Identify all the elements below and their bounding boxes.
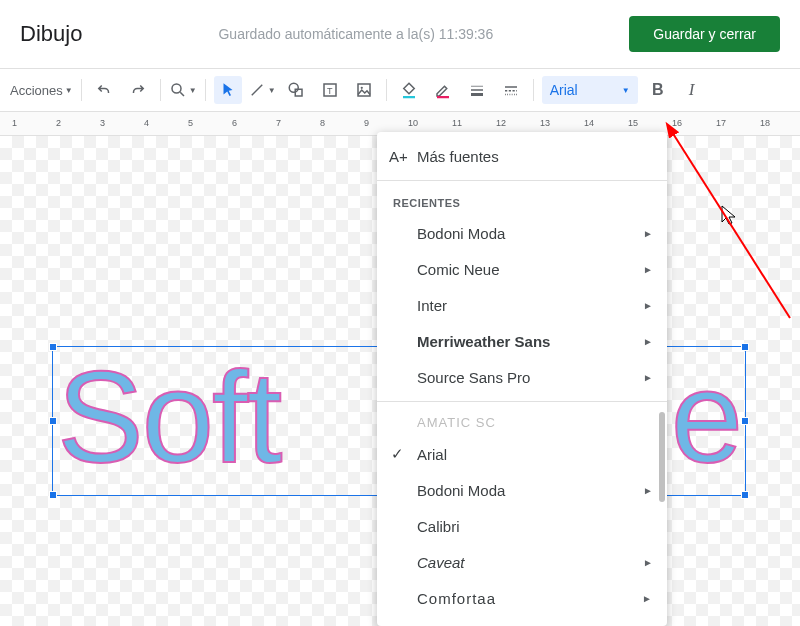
resize-handle-ne[interactable] [741, 343, 749, 351]
redo-icon [129, 81, 147, 99]
save-and-close-button[interactable]: Guardar y cerrar [629, 16, 780, 52]
svg-point-3 [289, 83, 298, 92]
submenu-arrow-icon: ► [643, 228, 653, 239]
italic-button[interactable]: I [678, 76, 706, 104]
dialog-header: Dibujo Guardado automáticamente a la(s) … [0, 0, 800, 68]
font-dropdown-menu[interactable]: A+ Más fuentes RECIENTES Bodoni Moda►Com… [377, 132, 667, 626]
font-item[interactable]: Comfortaa► [377, 580, 667, 616]
font-label: Caveat [417, 554, 465, 571]
font-item[interactable]: Inter► [377, 287, 667, 323]
font-item-amatic[interactable]: AMATIC SC [377, 408, 667, 436]
undo-icon [95, 81, 113, 99]
actions-menu[interactable]: Acciones▼ [10, 76, 73, 104]
ruler-tick: 14 [584, 118, 594, 128]
bold-button[interactable]: B [644, 76, 672, 104]
border-color-button[interactable] [429, 76, 457, 104]
ruler-tick: 9 [364, 118, 369, 128]
weight-icon [468, 81, 486, 99]
ruler-tick: 17 [716, 118, 726, 128]
separator [533, 79, 534, 101]
more-fonts-icon: A+ [389, 148, 408, 165]
submenu-arrow-icon: ► [643, 300, 653, 311]
font-item[interactable]: Caveat► [377, 544, 667, 580]
text-content-right: e [671, 344, 741, 490]
font-family-select[interactable]: Arial ▼ [542, 76, 638, 104]
svg-point-0 [172, 84, 181, 93]
svg-rect-9 [403, 96, 415, 98]
font-label: Comfortaa [417, 590, 496, 607]
redo-button[interactable] [124, 76, 152, 104]
separator [160, 79, 161, 101]
font-item[interactable]: ✓Arial [377, 436, 667, 472]
svg-line-1 [180, 92, 184, 96]
ruler-tick: 1 [12, 118, 17, 128]
resize-handle-nw[interactable] [49, 343, 57, 351]
ruler-tick: 18 [760, 118, 770, 128]
actions-label: Acciones [10, 83, 63, 98]
autosave-status: Guardado automáticamente a la(s) 11:39:3… [82, 26, 629, 42]
resize-handle-se[interactable] [741, 491, 749, 499]
ruler-tick: 6 [232, 118, 237, 128]
recent-fonts-header: RECIENTES [377, 187, 667, 215]
undo-button[interactable] [90, 76, 118, 104]
font-label: Bodoni Moda [417, 482, 505, 499]
separator [377, 401, 667, 402]
chevron-down-icon: ▼ [620, 86, 630, 95]
pen-icon [434, 81, 452, 99]
zoom-button[interactable]: ▼ [169, 76, 197, 104]
font-item[interactable]: Calibri [377, 508, 667, 544]
font-select-label: Arial [550, 82, 578, 98]
mouse-cursor-icon [720, 204, 738, 228]
font-label: Arial [417, 446, 447, 463]
textbox-icon: T [321, 81, 339, 99]
border-weight-button[interactable] [463, 76, 491, 104]
font-item[interactable]: Merriweather Sans► [377, 323, 667, 359]
svg-line-2 [251, 85, 262, 96]
svg-rect-4 [295, 89, 302, 96]
separator [386, 79, 387, 101]
zoom-icon [169, 81, 187, 99]
text-content-left: Soft [57, 344, 280, 490]
resize-handle-sw[interactable] [49, 491, 57, 499]
font-item[interactable]: Comic Neue► [377, 251, 667, 287]
more-fonts-item[interactable]: A+ Más fuentes [377, 138, 667, 174]
submenu-arrow-icon: ► [643, 264, 653, 275]
separator [205, 79, 206, 101]
image-tool[interactable] [350, 76, 378, 104]
ruler-tick: 4 [144, 118, 149, 128]
svg-text:T: T [327, 86, 333, 96]
scrollbar-thumb[interactable] [659, 412, 665, 502]
ruler-tick: 3 [100, 118, 105, 128]
textbox-text-right: e [667, 347, 741, 487]
font-item[interactable]: Bodoni Moda► [377, 215, 667, 251]
textbox-tool[interactable]: T [316, 76, 344, 104]
ruler-tick: 11 [452, 118, 462, 128]
line-tool[interactable]: ▼ [248, 76, 276, 104]
font-label: AMATIC SC [417, 415, 496, 430]
font-item[interactable]: Source Sans Pro► [377, 359, 667, 395]
ruler-tick: 8 [320, 118, 325, 128]
font-label: Merriweather Sans [417, 333, 550, 350]
ruler-tick: 10 [408, 118, 418, 128]
image-icon [355, 81, 373, 99]
shape-tool[interactable] [282, 76, 310, 104]
font-label: Comic Neue [417, 261, 500, 278]
resize-handle-w[interactable] [49, 417, 57, 425]
separator [81, 79, 82, 101]
ruler-tick: 13 [540, 118, 550, 128]
ruler-tick: 15 [628, 118, 638, 128]
svg-point-8 [360, 87, 362, 89]
font-item[interactable]: Bodoni Moda► [377, 472, 667, 508]
border-dash-button[interactable] [497, 76, 525, 104]
font-label: Bodoni Moda [417, 225, 505, 242]
fill-color-button[interactable] [395, 76, 423, 104]
submenu-arrow-icon: ► [643, 485, 653, 496]
select-tool[interactable] [214, 76, 242, 104]
resize-handle-e[interactable] [741, 417, 749, 425]
ruler-tick: 12 [496, 118, 506, 128]
line-icon [248, 81, 266, 99]
submenu-arrow-icon: ► [643, 336, 653, 347]
submenu-arrow-icon: ► [643, 557, 653, 568]
fill-icon [400, 81, 418, 99]
svg-rect-7 [358, 84, 370, 96]
